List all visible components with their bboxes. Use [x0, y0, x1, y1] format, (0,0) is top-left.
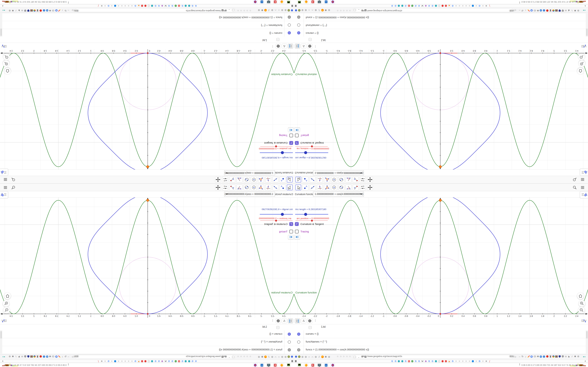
folder-icon[interactable]	[354, 355, 356, 359]
visibility-toggle-funcNames[interactable]	[297, 341, 300, 344]
pause-icon[interactable]	[292, 5, 292, 7]
favicon-info-gray[interactable]: i	[438, 5, 441, 7]
visibility-toggle-funcs[interactable]	[288, 348, 291, 351]
favicon-snow[interactable]: ✳	[468, 5, 471, 7]
taskbar-app-terminal[interactable]	[297, 363, 302, 367]
arc-position-point[interactable]	[440, 52, 441, 54]
arc-length-slider[interactable]	[260, 152, 293, 153]
home-button[interactable]	[4, 68, 11, 75]
gauge-icon[interactable]: ∩	[308, 9, 311, 12]
red-circle-extension-icon[interactable]	[39, 9, 42, 12]
algebra-row-funcNames[interactable]: funcNames = {" "}	[0, 21, 294, 29]
favicon-dot-red[interactable]	[441, 360, 444, 362]
mini-extension-icon[interactable]	[340, 10, 341, 11]
favicon-yandex-red[interactable]: R	[408, 360, 410, 362]
globe-icon[interactable]: ⊕	[304, 9, 307, 12]
pause-icon[interactable]	[293, 5, 293, 7]
tool-polygon-button[interactable]	[258, 184, 264, 190]
zoom-in-button[interactable]	[3, 300, 9, 307]
plus-blue-extension-icon[interactable]: +	[540, 355, 542, 358]
function-view-icon[interactable]	[581, 318, 586, 324]
favicon-f-red[interactable]: f	[97, 5, 100, 7]
url-text[interactable]: https://www.geogebra.org/classic/aagcxh3…	[362, 355, 402, 358]
algebra-expression-curves[interactable]: curves = {}	[306, 332, 319, 335]
algebra-row-funcs[interactable]: funcs = {1.000000000000 + cos(4.00000000…	[294, 13, 588, 21]
favicon-mountain-orange[interactable]	[138, 5, 140, 7]
favicon-g[interactable]: G	[478, 360, 481, 362]
favicon-g[interactable]: G	[415, 360, 417, 362]
wrench-icon[interactable]: /	[268, 355, 270, 358]
favicon-g[interactable]: G	[404, 360, 407, 362]
globe-icon[interactable]: ⊕	[301, 9, 304, 12]
favicon-alert-red[interactable]: !	[141, 5, 143, 7]
tool-angle-button[interactable]: α	[237, 184, 242, 190]
favicon-alert-red[interactable]: !	[141, 360, 143, 362]
mini-extension-icon[interactable]	[346, 356, 347, 357]
tool-circle-button[interactable]	[251, 177, 257, 183]
settings-gear-button[interactable]	[307, 44, 312, 49]
algebra-expression-funcNames[interactable]: funcNames = {" "}	[306, 24, 327, 27]
taskbar-app-monitor[interactable]	[317, 363, 322, 367]
url-text[interactable]: https://www.geogebra.org/classic/aagcxh3…	[362, 9, 402, 12]
shield-gray-extension-icon[interactable]	[24, 9, 26, 12]
pin-blue-icon[interactable]	[294, 9, 297, 12]
tool-ellipse-button[interactable]	[244, 177, 250, 183]
tool-move-button[interactable]	[287, 184, 293, 190]
favicon-f-red[interactable]: f	[97, 360, 100, 362]
taskbar-app-settings-red[interactable]: ✱	[311, 363, 315, 367]
firefox-icon[interactable]	[321, 9, 324, 12]
favicon-g[interactable]: G	[168, 5, 170, 7]
zoom-out-button[interactable]	[578, 53, 585, 60]
algebra-row-curves[interactable]: curves = {}	[294, 29, 588, 37]
tracing-checkbox[interactable]	[295, 133, 299, 137]
tool-move-graphics-button[interactable]	[215, 184, 221, 190]
wrench-icon[interactable]: /	[318, 355, 320, 358]
algebra-row-funcs[interactable]: funcs = {1.000000000000 + cos(4.00000000…	[294, 346, 588, 354]
favicon-wiki-w[interactable]: W	[164, 5, 167, 7]
tool-point-button[interactable]: A	[303, 184, 308, 190]
tool-reflect-button[interactable]	[353, 177, 359, 183]
favicon-g[interactable]: G	[418, 5, 420, 7]
algebra-row-curves[interactable]: curves = {}	[0, 29, 294, 37]
favicon-check-green[interactable]: ✓	[174, 5, 177, 7]
favicon-gear-gray[interactable]: ✱	[485, 360, 488, 362]
wrench-icon[interactable]: /	[318, 9, 320, 12]
favicon-snow[interactable]: ✳	[468, 360, 471, 362]
trash-extension-icon[interactable]	[549, 355, 552, 358]
globe-color-extension-icon[interactable]	[33, 9, 36, 12]
favicon-snow[interactable]: ✳	[465, 5, 467, 7]
favicon-gear-gray[interactable]: ✱	[100, 5, 103, 7]
tool-angle-button[interactable]: α	[346, 184, 351, 190]
favicon-yandex-red[interactable]: R	[178, 360, 180, 362]
algebra-expression-funcs[interactable]: funcs = {1.000000000000 + cos(4.00000000…	[306, 348, 369, 351]
taskbar-app-monitor[interactable]	[266, 0, 271, 4]
fx-button[interactable]: fx	[282, 44, 287, 49]
firefox-icon[interactable]	[264, 9, 267, 12]
wrench2-extension-icon[interactable]: /	[571, 9, 573, 12]
tool-move-graphics-button[interactable]	[367, 177, 373, 183]
gear-extension-icon[interactable]: ✱	[49, 355, 52, 358]
taskbar-app-settings-red[interactable]: ✱	[311, 0, 315, 4]
globe-icon[interactable]: ⊕	[328, 355, 331, 358]
mini-extension-icon[interactable]	[247, 10, 248, 11]
gear-extension-icon[interactable]: ✱	[49, 9, 52, 12]
favicon-check-green[interactable]: ✓	[411, 5, 414, 7]
curvature-tangent-checkbox[interactable]: ✓	[289, 141, 293, 145]
zoom-out-button[interactable]	[3, 307, 10, 314]
taskbar-app-floppy-64[interactable]: 64	[324, 363, 328, 367]
arc-length-slider[interactable]	[295, 214, 328, 215]
gear-icon[interactable]: ✱	[261, 355, 264, 358]
algebra-row-funcNames[interactable]: funcNames = {" "}	[0, 338, 294, 346]
search-icon[interactable]	[11, 178, 15, 181]
download-extension-icon[interactable]: ↓	[61, 9, 64, 12]
brush-extension-icon[interactable]	[527, 9, 530, 12]
tool-slider-button[interactable]: a=2	[222, 177, 228, 183]
plus-blue-extension-icon[interactable]: +	[46, 9, 48, 12]
tool-ellipse-button[interactable]	[338, 177, 344, 183]
favicon-dot-red[interactable]	[144, 360, 147, 362]
arc-length-slider-knob[interactable]	[281, 151, 284, 154]
collapse-button[interactable]: −	[277, 326, 279, 329]
gear3-extension-icon[interactable]: ⚙	[577, 355, 579, 358]
settings-gear-button[interactable]	[307, 318, 312, 323]
favicon-snow[interactable]: ✳	[461, 5, 464, 7]
